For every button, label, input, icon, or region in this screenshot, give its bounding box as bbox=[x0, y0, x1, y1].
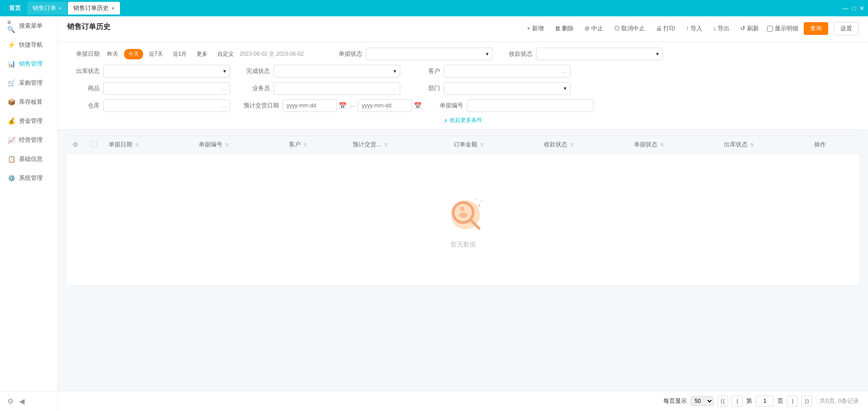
cancel-btn[interactable]: ◎ 取消中止 bbox=[611, 23, 648, 34]
tab-sales-order-close[interactable]: × bbox=[59, 5, 62, 11]
sidebar-item-inventory[interactable]: 📦 库存核算 bbox=[0, 92, 58, 111]
complete-status-select[interactable]: ▾ bbox=[273, 65, 400, 77]
expected-date-to-input[interactable] bbox=[358, 99, 412, 112]
page-label: 页 bbox=[777, 397, 783, 405]
sidebar-item-sys-mgmt[interactable]: ⚙️ 系统管理 bbox=[0, 169, 58, 188]
svg-point-5 bbox=[478, 204, 480, 207]
sidebar-item-sales-mgmt[interactable]: 📊 销售管理 bbox=[0, 54, 58, 73]
window-close-btn[interactable]: ✕ bbox=[859, 5, 864, 12]
col-expected-header[interactable]: 预计交货... ⇅ bbox=[347, 136, 448, 154]
table-header: ⚙ 单据日期 ⇅ 单据编号 ⇅ bbox=[67, 136, 859, 154]
page-size-select[interactable]: 50 10 20 100 bbox=[691, 396, 714, 406]
print-btn[interactable]: 🖨 打印 bbox=[653, 23, 678, 34]
delivery-status-select[interactable]: ▾ bbox=[103, 65, 230, 77]
col-customer-header[interactable]: 客户 ⇅ bbox=[283, 136, 347, 154]
stop-btn[interactable]: ⊘ 中止 bbox=[582, 23, 606, 34]
select-all-checkbox[interactable] bbox=[91, 141, 97, 147]
refresh-btn[interactable]: ↺ 刷新 bbox=[738, 23, 762, 34]
col-payment-header[interactable]: 收款状态 ⇅ bbox=[538, 136, 628, 154]
table-area: ⚙ 单据日期 ⇅ 单据编号 ⇅ bbox=[58, 130, 868, 391]
col-amount-header[interactable]: 订单金额 ⇅ bbox=[448, 136, 538, 154]
empty-text: 暂无数据 bbox=[451, 241, 476, 249]
display-cols-toggle[interactable]: 显示明细 bbox=[767, 24, 798, 33]
order-no-input[interactable] bbox=[467, 99, 594, 112]
date-today-btn[interactable]: 今天 bbox=[124, 49, 143, 59]
date-custom-btn[interactable]: 自定义 bbox=[213, 49, 238, 59]
import-btn[interactable]: ↑ 导入 bbox=[683, 23, 705, 34]
col-expected-sort[interactable]: ⇅ bbox=[384, 142, 388, 147]
base-info-icon: 📋 bbox=[7, 155, 15, 163]
salesperson-select[interactable]: ... bbox=[273, 82, 400, 95]
table-settings-icon[interactable]: ⚙ bbox=[72, 141, 78, 148]
page-next-btn[interactable]: ⟩ bbox=[787, 396, 798, 406]
date-more-btn[interactable]: 更多 bbox=[192, 49, 211, 59]
tab-sales-history-close[interactable]: × bbox=[111, 5, 114, 11]
salesperson-dots[interactable]: ... bbox=[392, 85, 396, 92]
customer-dots[interactable]: ... bbox=[562, 68, 566, 74]
display-cols-checkbox[interactable] bbox=[767, 26, 773, 32]
date-field: 昨天 今天 近7天 近1月 更多 自定义 2023-06-02 至 2023-0… bbox=[103, 49, 330, 59]
col-orderstatus-header[interactable]: 单据状态 ⇅ bbox=[628, 136, 719, 154]
svg-point-4 bbox=[459, 213, 467, 218]
settings-btn[interactable]: 设置 bbox=[834, 22, 859, 35]
order-status-select[interactable]: ▾ bbox=[366, 48, 493, 60]
inventory-icon: 📦 bbox=[7, 98, 15, 106]
window-min-btn[interactable]: — bbox=[843, 5, 849, 12]
page-first-btn[interactable]: ⟨⟨ bbox=[717, 396, 728, 406]
customer-select[interactable]: ... bbox=[444, 65, 571, 77]
dept-select[interactable]: ▾ bbox=[444, 82, 571, 95]
col-orderno-sort[interactable]: ⇅ bbox=[225, 142, 229, 147]
sidebar-item-fund-mgmt[interactable]: 💰 资金管理 bbox=[0, 111, 58, 131]
page-prev-btn[interactable]: ⟨ bbox=[732, 396, 743, 406]
tab-sales-order[interactable]: 销售订单 × bbox=[27, 2, 67, 15]
col-amount-sort[interactable]: ⇅ bbox=[480, 142, 484, 147]
order-status-label: 单据状态 bbox=[330, 50, 366, 58]
page-last-btn[interactable]: ⟩⟩ bbox=[801, 396, 812, 406]
warehouse-select[interactable]: ... bbox=[103, 99, 230, 112]
col-payment-sort[interactable]: ⇅ bbox=[570, 142, 574, 147]
sidebar-item-search-menu[interactable]: ≡🔍 搜索菜单 bbox=[0, 16, 58, 35]
export-btn[interactable]: ↓ 导出 bbox=[710, 23, 732, 34]
date-7days-btn[interactable]: 近7天 bbox=[145, 49, 167, 59]
tab-home[interactable]: 首页 bbox=[4, 2, 26, 15]
col-date-header[interactable]: 单据日期 ⇅ bbox=[103, 136, 193, 154]
dept-chevron: ▾ bbox=[564, 85, 566, 92]
window-max-btn[interactable]: □ bbox=[852, 5, 856, 12]
col-date-sort[interactable]: ⇅ bbox=[135, 142, 139, 147]
query-btn[interactable]: 查询 bbox=[804, 22, 828, 35]
sidebar-item-purchase-label: 采购管理 bbox=[19, 79, 43, 87]
delivery-status-chevron: ▾ bbox=[223, 68, 226, 74]
payment-status-select[interactable]: ▾ bbox=[536, 48, 663, 60]
col-settings-header[interactable]: ⚙ bbox=[67, 136, 85, 154]
display-cols-label: 显示明细 bbox=[775, 24, 798, 33]
window-controls: — □ ✕ bbox=[843, 5, 864, 12]
calendar-to-icon[interactable]: 📅 bbox=[414, 102, 422, 109]
date-yesterday-btn[interactable]: 昨天 bbox=[103, 49, 122, 59]
sidebar-item-quick-nav[interactable]: ⚡ 快捷导航 bbox=[0, 35, 58, 54]
warehouse-dots[interactable]: ... bbox=[221, 102, 226, 109]
col-delivery-sort[interactable]: ⇅ bbox=[750, 142, 754, 147]
tab-sales-history[interactable]: 销售订单历史 × bbox=[68, 2, 120, 15]
calendar-from-icon[interactable]: 📅 bbox=[339, 102, 346, 109]
col-checkbox-header[interactable] bbox=[85, 136, 103, 154]
date-1month-btn[interactable]: 近1月 bbox=[169, 49, 191, 59]
col-delivery-header[interactable]: 出库状态 ⇅ bbox=[719, 136, 809, 154]
main-layout: ≡🔍 搜索菜单 ⚡ 快捷导航 📊 销售管理 🛒 采购管理 📦 库存核算 💰 资金… bbox=[0, 16, 868, 411]
goods-dots[interactable]: ... bbox=[221, 85, 226, 92]
sidebar: ≡🔍 搜索菜单 ⚡ 快捷导航 📊 销售管理 🛒 采购管理 📦 库存核算 💰 资金… bbox=[0, 16, 58, 411]
sidebar-item-ops-mgmt[interactable]: 📈 经营管理 bbox=[0, 131, 58, 150]
col-orderstatus-sort[interactable]: ⇅ bbox=[660, 142, 664, 147]
new-btn[interactable]: + 新增 bbox=[524, 23, 546, 34]
date-range-dash: — bbox=[350, 102, 356, 109]
goods-select[interactable]: ... bbox=[103, 82, 230, 95]
sidebar-item-purchase-mgmt[interactable]: 🛒 采购管理 bbox=[0, 73, 58, 92]
delete-btn[interactable]: 🗑 删除 bbox=[552, 23, 577, 34]
col-customer-sort[interactable]: ⇅ bbox=[303, 142, 307, 147]
filter-collapse-btn[interactable]: ∧ 收起更多条件 bbox=[67, 116, 859, 124]
sidebar-settings-icon[interactable]: ⚙ bbox=[7, 397, 14, 406]
expected-date-from-input[interactable] bbox=[283, 99, 337, 112]
page-number-input[interactable] bbox=[756, 396, 774, 406]
sidebar-collapse-icon[interactable]: ◀ bbox=[19, 397, 24, 406]
sidebar-item-base-info[interactable]: 📋 基础信息 bbox=[0, 150, 58, 169]
col-orderno-header[interactable]: 单据编号 ⇅ bbox=[193, 136, 283, 154]
